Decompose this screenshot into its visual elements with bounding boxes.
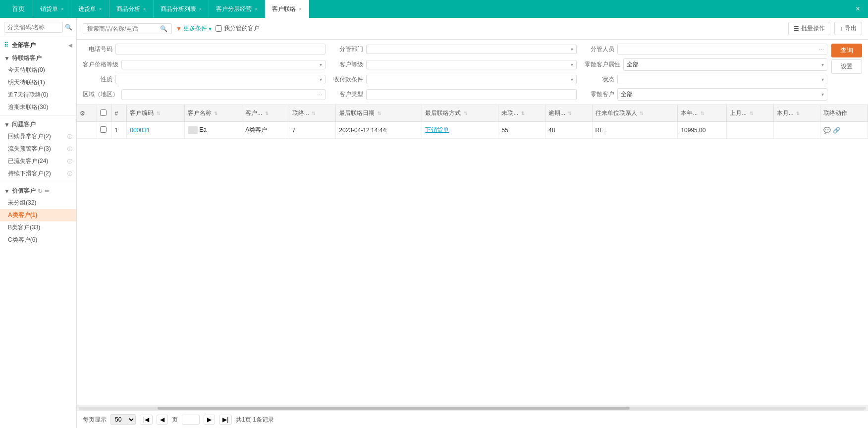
filter-payment-select[interactable]: ▾ <box>366 75 576 84</box>
sidebar-search-icon[interactable]: 🔍 <box>65 24 72 31</box>
filter-level-select[interactable]: ▾ <box>366 60 576 69</box>
action-link-icon[interactable]: 🔗 <box>833 127 840 134</box>
batch-operation-button[interactable]: ☰ 批量操作 <box>788 22 830 35</box>
filter-region-label: 区域（地区） <box>83 90 118 99</box>
filter-type-input[interactable] <box>366 89 576 100</box>
filter-row-1: 电话号码 分管部门 ▾ 分管人员 <box>83 44 827 54</box>
nav-customer-segment[interactable]: 客户分层经营 × <box>209 0 265 18</box>
content-area: 🔍 ▼ 更多条件 ▾ 我分管的客户 ☰ 批量操作 ↑ 导出 <box>77 18 868 428</box>
sidebar-item-warning[interactable]: 流失预警客户(3) ⓘ <box>0 143 76 155</box>
filter-price-select[interactable]: ▾ <box>121 60 326 69</box>
col-last-date: 最后联络日期 ⇅ <box>336 105 422 122</box>
row-checkbox[interactable] <box>97 122 111 139</box>
problem-customer-label: 问题客户 <box>12 120 36 129</box>
sort-icon: ⇅ <box>157 111 161 116</box>
filter-nature-select[interactable]: ▾ <box>115 75 326 84</box>
next-page-button[interactable]: ▶ <box>204 415 215 425</box>
my-customers-checkbox[interactable]: 我分管的客户 <box>216 24 260 33</box>
row-contact: 7 <box>289 122 336 139</box>
sidebar-item-class-c[interactable]: C类客户(6) <box>0 234 76 246</box>
close-tab-icon[interactable]: × <box>143 6 146 12</box>
horizontal-scrollbar[interactable] <box>77 405 868 411</box>
problem-customer-group[interactable]: ▼ 问题客户 <box>0 118 76 130</box>
sidebar-item-abnormal[interactable]: 回购异常客户(2) ⓘ <box>0 130 76 143</box>
filter-retail-attr-select[interactable]: 全部 ▾ <box>623 58 827 71</box>
filter-phone: 电话号码 <box>83 44 326 54</box>
dots-icon[interactable]: ··· <box>819 46 824 53</box>
filter-retail-label: 零散客户 <box>585 90 614 99</box>
col-overdue: 逾期... ⇅ <box>545 105 593 122</box>
action-chat-icon[interactable]: 💬 <box>823 127 831 134</box>
nav-home[interactable]: 首页 <box>4 0 33 18</box>
more-filters-button[interactable]: ▼ 更多条件 ▾ <box>176 24 212 33</box>
arrow-icon: ▼ <box>4 55 10 62</box>
page-label: 页 <box>172 416 178 424</box>
table-settings-icon[interactable]: ⚙ <box>80 110 85 117</box>
filter-dept-select[interactable]: ▾ <box>366 45 576 54</box>
query-button[interactable]: 查询 <box>831 44 862 57</box>
chevron-down-icon: ▾ <box>209 25 212 32</box>
filter-person-label: 分管人员 <box>585 45 614 54</box>
close-tab-icon[interactable]: × <box>61 6 64 12</box>
row-code[interactable]: 000031 <box>127 122 184 139</box>
sidebar: 🔍 ⠿ 全部客户 ◀ ▼ 待联络客户 今天待联络(0) 明天待联络(1) 近7天… <box>0 18 77 428</box>
row-select-checkbox[interactable] <box>100 126 107 133</box>
nav-sales-order[interactable]: 销货单 × <box>33 0 71 18</box>
close-tab-icon[interactable]: × <box>99 6 102 12</box>
my-customers-check[interactable] <box>216 25 222 32</box>
all-customers-header[interactable]: ⠿ 全部客户 ◀ <box>0 37 76 52</box>
pending-contact-group[interactable]: ▼ 待联络客户 <box>0 52 76 64</box>
main-search-icon[interactable]: 🔍 <box>160 25 167 32</box>
last-page-button[interactable]: ▶| <box>219 415 232 425</box>
col-no-contact: 未联... ⇅ <box>498 105 545 122</box>
value-customer-group[interactable]: ▼ 价值客户 ↻ ✏ <box>0 184 76 197</box>
chevron-icon: ▾ <box>320 77 322 82</box>
filter-status-select[interactable]: ▾ <box>617 75 827 84</box>
first-page-button[interactable]: |◀ <box>140 415 153 425</box>
col-last-month: 上月... ⇅ <box>727 105 774 122</box>
nav-purchase-order[interactable]: 进货单 × <box>71 0 109 18</box>
dots-icon[interactable]: ··· <box>317 91 322 98</box>
main-search-input[interactable] <box>87 25 160 32</box>
refresh-icon[interactable]: ↻ <box>38 188 43 195</box>
sidebar-item-tomorrow[interactable]: 明天待联络(1) <box>0 76 76 89</box>
nav-product-analysis-list[interactable]: 商品分析列表 × <box>154 0 210 18</box>
filter-dept: 分管部门 ▾ <box>333 45 576 54</box>
filter-phone-input[interactable] <box>115 44 326 54</box>
filter-person: 分管人员 ··· <box>585 44 827 54</box>
sidebar-item-class-a[interactable]: A类客户(1) <box>0 209 76 221</box>
close-tab-icon[interactable]: × <box>255 6 258 12</box>
col-name: 客户名称 ⇅ <box>184 105 242 122</box>
scrollbar-thumb[interactable] <box>158 407 630 410</box>
nav-product-analysis[interactable]: 商品分析 × <box>109 0 154 18</box>
prev-page-button[interactable]: ◀ <box>157 415 168 425</box>
filter-person-input[interactable]: ··· <box>617 44 827 54</box>
sidebar-item-lost[interactable]: 已流失客户(24) ⓘ <box>0 155 76 167</box>
col-last-method: 最后联络方式 ⇅ <box>422 105 498 122</box>
sidebar-item-declining[interactable]: 持续下滑客户(2) ⓘ <box>0 167 76 180</box>
filter-region-input[interactable]: ··· <box>121 89 326 100</box>
sidebar-item-class-b[interactable]: B类客户(33) <box>0 221 76 234</box>
close-tab-icon[interactable]: × <box>299 6 302 12</box>
per-page-select[interactable]: 50 100 200 <box>110 414 136 425</box>
chevron-icon: ▾ <box>320 62 322 67</box>
filter-dept-label: 分管部门 <box>333 45 363 54</box>
sidebar-search-input[interactable] <box>4 22 63 33</box>
select-all-checkbox[interactable] <box>100 109 107 116</box>
sidebar-item-7days[interactable]: 近7天待联络(0) <box>0 89 76 101</box>
sidebar-item-overdue[interactable]: 逾期未联络(30) <box>0 101 76 113</box>
sidebar-item-today[interactable]: 今天待联络(0) <box>0 64 76 76</box>
table-header-row: ⚙ # 客户编码 ⇅ 客户名称 ⇅ <box>77 105 868 122</box>
close-tab-icon[interactable]: × <box>199 6 202 12</box>
row-no-contact: 55 <box>498 122 545 139</box>
close-all-tabs-button[interactable]: × <box>852 4 864 13</box>
row-last-method[interactable]: 下销货单 <box>422 122 498 139</box>
edit-icon[interactable]: ✏ <box>45 188 50 195</box>
sidebar-item-unclassified[interactable]: 未分组(32) <box>0 197 76 209</box>
sort-icon: ⇅ <box>568 111 572 116</box>
export-button[interactable]: ↑ 导出 <box>834 22 862 35</box>
filter-retail-select[interactable]: 全部 ▾ <box>617 88 827 101</box>
setting-button[interactable]: 设置 <box>831 59 862 74</box>
nav-customer-contact[interactable]: 客户联络 × <box>265 0 309 18</box>
page-number-input[interactable]: 1 <box>182 415 200 425</box>
